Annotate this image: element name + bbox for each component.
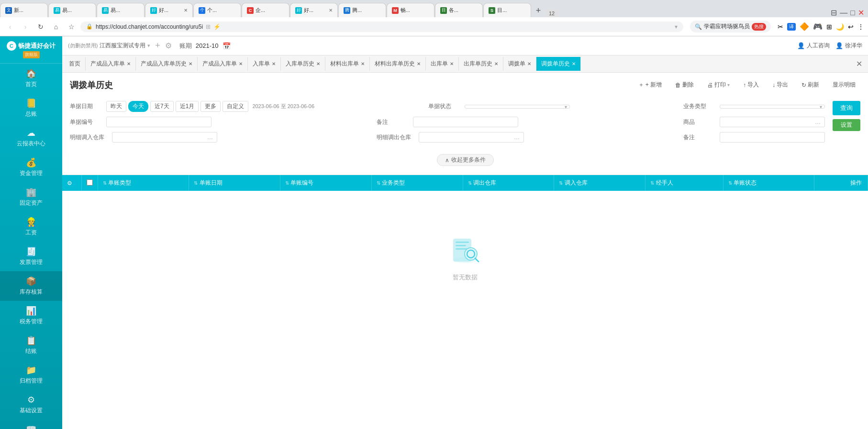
browser-tab-2[interactable]: 易 易... [48,3,96,17]
tab-menu-icon[interactable]: ⊟ [831,8,837,17]
goods-select[interactable]: … [720,117,825,127]
browser-tab-7[interactable]: 好 好... ✕ [290,3,338,17]
sidebar-item-close-account[interactable]: 📋 结账 [0,330,62,360]
th-gear[interactable]: ⚙ [62,175,81,191]
date-btn-more[interactable]: 更多 [200,101,221,112]
select-all-checkbox[interactable] [87,179,93,186]
th-doc-date[interactable]: ⇅ 单账日期 [189,175,280,191]
tab-close-7[interactable]: ✕ [329,8,333,13]
delete-button[interactable]: 🗑 删除 [670,78,699,91]
detail-out-select[interactable]: … [419,132,524,143]
url-dropdown-icon[interactable]: ▾ [675,23,678,30]
page-tab-material-out[interactable]: 材料出库单 ✕ [325,57,370,71]
display-detail-button[interactable]: 显示明细 [828,78,860,91]
date-btn-yesterday[interactable]: 昨天 [106,101,126,112]
browser-tab-10[interactable]: 目 各... [435,3,483,17]
remark-input[interactable] [413,117,518,127]
th-doc-status[interactable]: ⇅ 单账状态 [723,175,814,191]
page-tab-transfer[interactable]: 调拨单 ✕ [503,57,536,71]
browser-tab-6[interactable]: C 企... [242,3,289,17]
th-doc-type[interactable]: ⇅ 单账类型 [98,175,189,191]
sidebar-item-settings[interactable]: ⚙ 基础设置 [0,390,62,419]
settings-gear-icon[interactable]: ⚙ [165,41,172,50]
url-bar[interactable]: 🔒 https://cloud.chanjet.com/accounting/u… [80,22,683,32]
page-tab-home[interactable]: 首页 [64,57,86,71]
browser-tab-11[interactable]: S 目... [483,3,531,17]
page-tab-inbound[interactable]: 入库单 ✕ [248,57,281,71]
page-tab-close-11[interactable]: ✕ [572,61,576,66]
bookmark-button[interactable]: ☆ [65,21,78,33]
table-gear-icon[interactable]: ⚙ [67,180,72,187]
page-tab-finished-goods[interactable]: 产成品入库单 ✕ [86,57,136,71]
browser-tab-3[interactable]: 易 易... [97,3,145,17]
sidebar-item-finance[interactable]: 💰 资金管理 [0,153,62,182]
new-doc-button[interactable]: ＋ + 新增 [634,78,667,91]
page-tab-close-8[interactable]: ✕ [450,61,454,66]
page-tab-close-6[interactable]: ✕ [361,61,365,66]
sidebar-item-tax[interactable]: 📊 税务管理 [0,301,62,330]
export-button[interactable]: ↓ 导出 [768,78,793,91]
date-btn-7days[interactable]: 近7天 [150,101,174,112]
back-button[interactable]: ‹ [4,21,16,33]
refresh-browser-button[interactable]: ↻ [34,21,47,33]
browser-tab-8[interactable]: 腾 腾... [338,3,386,17]
tab-close-4[interactable]: ✕ [184,8,188,13]
detail-in-select[interactable]: … [112,132,217,143]
page-tab-close-7[interactable]: ✕ [417,61,421,66]
sidebar-item-cloud-report[interactable]: ☁ 云报表中心 [0,123,62,153]
filter-setting-button[interactable]: 设置 [833,119,860,131]
sidebar-item-home[interactable]: 🏠 首页 [0,64,62,93]
page-tab-close-5[interactable]: ✕ [316,61,320,66]
print-button[interactable]: 🖨 打印 ▾ [702,78,734,91]
browser-tab-9[interactable]: M 畅... [387,3,434,17]
add-company-button[interactable]: + [154,41,161,51]
page-tab-close-1[interactable]: ✕ [127,61,131,66]
query-button[interactable]: 查询 [833,101,860,115]
date-btn-custom[interactable]: 自定义 [223,101,248,112]
company-selector[interactable]: (勿删勿禁用) 江西服宝测试专用 ▾ [68,42,150,50]
page-tab-finished-goods-history[interactable]: 产成品入库单历史 ✕ [136,57,198,71]
sidebar-item-payroll[interactable]: 👷 工资 [0,212,62,242]
close-all-tabs-button[interactable]: ✕ [852,57,866,70]
service-link[interactable]: 👤 人工咨询 [797,42,830,50]
extension-icon-1[interactable]: 🔶 [800,22,809,31]
page-tab-close-10[interactable]: ✕ [527,61,531,66]
night-mode-icon[interactable]: 🌙 [836,23,844,31]
sidebar-item-invoice[interactable]: 🧾 发票管理 [0,242,62,271]
page-tab-close-4[interactable]: ✕ [272,61,276,66]
sidebar-item-inventory[interactable]: 📦 库存核算 [0,271,62,301]
menu-dots-icon[interactable]: ⋮ [857,23,864,31]
refresh-button[interactable]: ↻ 刷新 [797,78,824,91]
page-tab-inbound-history[interactable]: 入库单历史 ✕ [281,57,325,71]
doc-no-input[interactable] [106,117,211,127]
import-button[interactable]: ↑ 导入 [738,78,764,91]
date-btn-1month[interactable]: 近1月 [176,101,199,112]
minimize-icon[interactable]: — [840,9,847,17]
sidebar-item-fixed-assets[interactable]: 🏢 固定资产 [0,182,62,212]
calendar-icon[interactable]: 📅 [223,42,231,50]
browser-tab-4[interactable]: 好 好... ✕ [145,3,193,17]
sidebar-item-archive[interactable]: 📁 归档管理 [0,360,62,390]
biz-type-select-wrap[interactable] [720,105,825,109]
page-tab-close-3[interactable]: ✕ [239,61,243,66]
translate-icon[interactable]: 译 [787,23,796,31]
th-in-warehouse[interactable]: ⇅ 调入仓库 [554,175,645,191]
page-tab-close-2[interactable]: ✕ [189,61,192,66]
th-handler[interactable]: ⇅ 经手人 [645,175,723,191]
page-tab-outbound[interactable]: 出库单 ✕ [426,57,459,71]
new-tab-button[interactable]: + [532,4,545,17]
page-tab-finished-goods-2[interactable]: 产成品入库单 ✕ [198,57,248,71]
sidebar-item-ledger[interactable]: 📒 总账 [0,93,62,123]
th-check[interactable] [81,175,98,191]
page-tab-outbound-history[interactable]: 出库单历史 ✕ [459,57,503,71]
browser-tab-1[interactable]: 文 新... [0,3,48,17]
close-window-icon[interactable]: ✕ [858,8,864,17]
detail-in-more-icon[interactable]: … [207,134,213,141]
page-tab-material-out-history[interactable]: 材料出库单历史 ✕ [370,57,426,71]
th-doc-no[interactable]: ⇅ 单账编号 [280,175,372,191]
sidebar-item-guide[interactable]: 📖 新手引导 [0,419,62,429]
th-biz-type[interactable]: ⇅ 业务类型 [371,175,463,191]
extension-icon-2[interactable]: 🎮 [813,22,823,31]
home-button[interactable]: ⌂ [50,21,62,33]
forward-button[interactable]: › [19,21,32,33]
